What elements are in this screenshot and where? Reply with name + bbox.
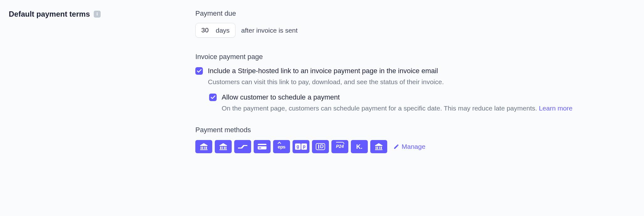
payment-due-input-wrap[interactable]: days: [195, 23, 235, 38]
payment-methods-label: Payment methods: [195, 125, 635, 135]
include-link-title: Include a Stripe-hosted link to an invoi…: [208, 66, 635, 76]
pencil-icon: [393, 144, 399, 149]
payment-due-after-text: after invoice is sent: [241, 26, 298, 35]
include-link-desc: Customers can visit this link to pay, do…: [208, 77, 609, 86]
learn-more-link[interactable]: Learn more: [539, 105, 573, 112]
bancontact-icon: [237, 143, 248, 150]
card-icon: [257, 143, 267, 150]
svg-rect-0: [258, 144, 267, 149]
section-title: Default payment terms: [9, 9, 90, 19]
payment-method-klarna: K.: [351, 140, 368, 153]
payment-method-ideal: D: [312, 140, 329, 153]
include-link-checkbox[interactable]: [195, 67, 203, 75]
check-icon: [197, 69, 202, 73]
payment-method-card: [254, 140, 271, 153]
payment-method-giropay: gp: [293, 140, 309, 153]
allow-schedule-desc: On the payment page, customers can sched…: [222, 104, 623, 113]
manage-label: Manage: [402, 142, 425, 151]
payment-due-days-input[interactable]: [201, 26, 216, 34]
payment-method-p24: P24: [331, 140, 348, 153]
manage-payment-methods-link[interactable]: Manage: [393, 142, 425, 151]
check-icon: [211, 95, 215, 99]
payment-method-bank-3: [370, 140, 387, 153]
allow-schedule-title: Allow customer to schedule a payment: [222, 93, 635, 102]
payment-method-eps: eps: [273, 140, 290, 153]
svg-rect-2: [259, 148, 261, 148]
payment-method-bank-2: [215, 140, 232, 153]
bank-icon: [219, 143, 227, 150]
invoice-page-label: Invoice payment page: [195, 52, 635, 62]
info-icon[interactable]: i: [94, 11, 101, 18]
svg-rect-1: [258, 145, 267, 146]
payment-due-unit: days: [216, 26, 230, 35]
payment-due-label: Payment due: [195, 9, 635, 19]
bank-icon: [375, 143, 383, 150]
payment-method-bank-1: [195, 140, 212, 153]
payment-method-bancontact: [234, 140, 251, 153]
bank-icon: [200, 143, 208, 150]
payment-methods-row: eps gp D P24 K.: [195, 140, 635, 153]
allow-schedule-checkbox[interactable]: [209, 94, 217, 101]
